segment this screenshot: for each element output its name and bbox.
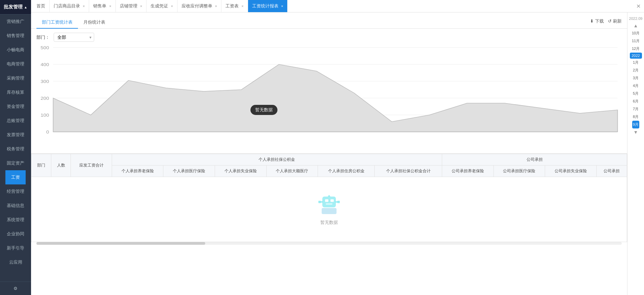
dept-select-wrap[interactable]: 全部技术部销售部行政部财务部	[54, 33, 94, 42]
sidebar-footer-settings[interactable]: ⚙	[0, 282, 31, 295]
tab-label: 首页	[36, 3, 45, 9]
timeline-month-11月[interactable]: 11月	[631, 37, 640, 45]
sidebar-item-工资[interactable]: 工资	[5, 170, 26, 184]
sidebar-item-总账管理[interactable]: 总账管理	[5, 114, 26, 128]
col-dept: 部门	[31, 154, 51, 177]
col-个人承担医疗保险: 个人承担医疗保险	[163, 166, 215, 177]
timeline-month-6月[interactable]: 6月	[632, 97, 639, 105]
timeline-month-10月[interactable]: 10月	[631, 29, 640, 37]
sidebar-item-发票管理[interactable]: 发票管理	[5, 128, 26, 142]
tab-工资统计报表[interactable]: 工资统计报表×	[248, 0, 288, 12]
timeline-month-8月[interactable]: 8月	[632, 113, 639, 121]
download-icon: ⬇	[590, 19, 594, 24]
tab-label: 应收应付调整单	[182, 3, 212, 9]
tab-label: 生成凭证	[151, 3, 168, 9]
close-all-tabs-button[interactable]: ✕	[633, 0, 644, 12]
settings-icon: ⚙	[14, 286, 18, 291]
svg-rect-12	[322, 197, 336, 207]
tab-首页[interactable]: 首页	[32, 0, 50, 12]
tab-label: 门店商品目录	[54, 3, 80, 9]
sidebar-item-营销推广[interactable]: 营销推广	[5, 14, 26, 29]
timeline-month-2月[interactable]: 2月	[632, 66, 639, 74]
empty-text: 暂无数据	[320, 219, 338, 226]
sidebar-item-固定资产[interactable]: 固定资产	[5, 156, 26, 170]
timeline-month-1月[interactable]: 1月	[632, 59, 639, 66]
timeline-month-4月[interactable]: 4月	[632, 82, 639, 90]
col-个人承担大额医疗: 个人承担大额医疗	[266, 166, 318, 177]
col-个人承担住房公积金: 个人承担住房公积金	[318, 166, 375, 177]
tab-label: 工资表	[225, 3, 239, 9]
sidebar-item-采购管理[interactable]: 采购管理	[5, 71, 26, 85]
chart-area: 500 400 300 200 100 0 暂	[31, 46, 627, 153]
col-个人承担养老保险: 个人承担养老保险	[112, 166, 163, 177]
tab-close-icon[interactable]: ×	[83, 4, 85, 8]
tab-生成凭证[interactable]: 生成凭证×	[146, 0, 177, 12]
sidebar-item-资金管理[interactable]: 资金管理	[5, 99, 26, 114]
toolbar-right: ⬇ 下载 ↺ 刷新	[590, 18, 622, 27]
svg-rect-16	[322, 208, 337, 214]
refresh-label: 刷新	[613, 18, 622, 24]
filter-row: 部门： 全部技术部销售部行政部财务部	[31, 29, 627, 46]
sidebar-item-系统管理[interactable]: 系统管理	[5, 213, 26, 227]
table-scrollbar-thumb[interactable]	[36, 242, 205, 245]
sidebar-item-新手引导[interactable]: 新手引导	[5, 241, 26, 255]
tab-销售单[interactable]: 销售单×	[89, 0, 115, 12]
timeline-month-3月[interactable]: 3月	[632, 74, 639, 82]
sidebar-item-小畅电商[interactable]: 小畅电商	[5, 43, 26, 57]
col-公司承担失业保险: 公司承担失业保险	[545, 166, 597, 177]
download-button[interactable]: ⬇ 下载	[590, 18, 604, 24]
dept-filter-label: 部门：	[36, 34, 50, 40]
tab-close-icon[interactable]: ×	[140, 4, 142, 8]
sub-tab-部门工资统计表[interactable]: 部门工资统计表	[36, 17, 78, 29]
timeline-year-2022[interactable]: 2022	[630, 53, 642, 59]
svg-text:500: 500	[41, 46, 49, 50]
tab-close-icon[interactable]: ×	[109, 4, 111, 8]
timeline-nav-down[interactable]: ▼	[634, 128, 638, 136]
tab-门店商品目录[interactable]: 门店商品目录×	[50, 0, 89, 12]
timeline-month-12月[interactable]: 12月	[631, 45, 640, 53]
timeline-month-9月[interactable]: 9月	[632, 121, 639, 128]
sidebar-item-云应用[interactable]: 云应用	[5, 255, 26, 269]
sub-tab-月份统计表[interactable]: 月份统计表	[78, 17, 111, 29]
sidebar-item-销售管理[interactable]: 销售管理	[5, 29, 26, 43]
timeline-year-prev[interactable]: 2022.09	[628, 15, 643, 22]
col-total-salary: 应发工资合计	[71, 154, 112, 177]
timeline-month-5月[interactable]: 5月	[632, 90, 639, 97]
sidebar-title: 批发管理	[4, 4, 23, 10]
download-label: 下载	[595, 18, 604, 24]
svg-rect-15	[326, 203, 332, 205]
tab-close-icon[interactable]: ×	[241, 4, 243, 8]
tab-close-icon[interactable]: ×	[171, 4, 173, 8]
sidebar-item-税务管理[interactable]: 税务管理	[5, 142, 26, 156]
tab-label: 工资统计报表	[252, 3, 278, 9]
tab-close-icon[interactable]: ×	[215, 4, 217, 8]
sidebar-arrow-icon: ▲	[24, 5, 27, 9]
sidebar-item-基础信息[interactable]: 基础信息	[5, 199, 26, 213]
timeline-panel: 2022.09 ▲ 10月11月12月 2022 1月2月3月4月5月6月7月8…	[627, 12, 644, 295]
sidebar-item-库存核算[interactable]: 库存核算	[5, 85, 26, 99]
timeline-month-7月[interactable]: 7月	[632, 105, 639, 113]
col-个人承担失业保险: 个人承担失业保险	[215, 166, 266, 177]
timeline-nav-up[interactable]: ▲	[634, 22, 638, 29]
tab-bar: 首页门店商品目录×销售单×店铺管理×生成凭证×应收应付调整单×工资表×工资统计报…	[31, 0, 644, 12]
dept-select[interactable]: 全部技术部销售部行政部财务部	[54, 33, 94, 42]
tab-工资表[interactable]: 工资表×	[221, 0, 248, 12]
svg-rect-14	[330, 199, 334, 202]
tab-close-icon[interactable]: ×	[281, 4, 283, 8]
svg-text:100: 100	[41, 113, 49, 117]
tab-应收应付调整单[interactable]: 应收应付调整单×	[178, 0, 221, 12]
table-scrollbar[interactable]	[36, 242, 622, 245]
tab-label: 销售单	[93, 3, 106, 9]
tab-店铺管理[interactable]: 店铺管理×	[116, 0, 146, 12]
table-empty-row: 暂无数据	[31, 177, 627, 242]
sidebar: 批发管理 ▲ 营销推广销售管理小畅电商电商管理采购管理库存核算资金管理总账管理发…	[0, 0, 31, 295]
sidebar-header[interactable]: 批发管理 ▲	[0, 0, 31, 14]
sidebar-item-电商管理[interactable]: 电商管理	[5, 57, 26, 71]
sidebar-item-经营管理[interactable]: 经营管理	[5, 184, 26, 199]
col-personal-social: 个人承担社保公积金	[112, 154, 442, 166]
col-company-social: 公司承担	[442, 154, 627, 166]
content-area: 部门工资统计表月份统计表 ⬇ 下载 ↺ 刷新 部门： 全部技术部销售部行政部财务…	[31, 12, 644, 295]
sidebar-item-企业协同[interactable]: 企业协同	[5, 227, 26, 241]
main-area: 首页门店商品目录×销售单×店铺管理×生成凭证×应收应付调整单×工资表×工资统计报…	[31, 0, 644, 295]
refresh-button[interactable]: ↺ 刷新	[608, 18, 622, 24]
